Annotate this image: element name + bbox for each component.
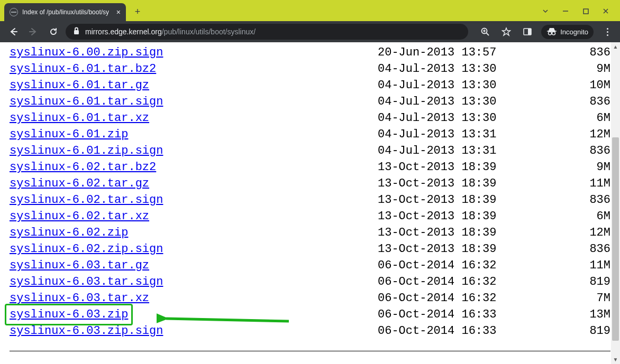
browser-tab[interactable]: Index of /pub/linux/utils/boot/sy × xyxy=(4,3,126,21)
file-link[interactable]: syslinux-6.03.tar.sign xyxy=(10,275,163,288)
listing-row: syslinux-6.01.tar.xz04-Jul-2013 13:306M xyxy=(10,110,610,126)
file-size: 6M xyxy=(568,208,610,225)
minimize-button[interactable] xyxy=(562,7,569,15)
listing-row: syslinux-6.02.tar.xz13-Oct-2013 18:396M xyxy=(10,208,610,225)
listing-row: syslinux-6.01.zip04-Jul-2013 13:3112M xyxy=(10,126,610,143)
file-date: 20-Jun-2013 13:57 xyxy=(378,44,568,61)
listing-row: syslinux-6.03.tar.gz06-Oct-2014 16:3211M xyxy=(10,257,610,274)
maximize-button[interactable] xyxy=(582,7,589,15)
listing-row: syslinux-6.03.tar.sign06-Oct-2014 16:328… xyxy=(10,274,610,290)
dots-vertical-icon xyxy=(607,28,608,36)
file-size: 12M xyxy=(568,225,610,241)
new-tab-button[interactable]: + xyxy=(130,4,145,19)
scroll-down-icon[interactable]: ▼ xyxy=(611,355,620,364)
chevron-down-icon[interactable] xyxy=(542,7,549,15)
file-size: 11M xyxy=(568,175,610,192)
address-bar[interactable]: mirrors.edge.kernel.org/pub/linux/utils/… xyxy=(66,24,468,40)
file-size: 11M xyxy=(568,257,610,274)
file-size: 13M xyxy=(568,306,610,323)
scrollbar[interactable]: ▲ ▼ xyxy=(611,42,620,364)
svg-point-10 xyxy=(549,32,552,35)
listing-row: syslinux-6.02.zip.sign13-Oct-2013 18:398… xyxy=(10,241,610,257)
file-size: 836 xyxy=(568,143,610,159)
svg-rect-1 xyxy=(583,9,588,14)
file-date: 06-Oct-2014 16:32 xyxy=(378,257,568,274)
bookmark-icon[interactable] xyxy=(499,24,514,39)
scrollbar-thumb[interactable] xyxy=(612,137,619,341)
close-window-button[interactable] xyxy=(602,7,609,15)
file-link[interactable]: syslinux-6.02.tar.sign xyxy=(10,193,163,207)
directory-listing: syslinux-6.00.zip.sign20-Jun-2013 13:578… xyxy=(10,44,610,339)
side-panel-icon[interactable] xyxy=(520,24,535,39)
file-link[interactable]: syslinux-6.01.tar.xz xyxy=(10,111,149,125)
file-size: 6M xyxy=(568,110,610,126)
file-date: 04-Jul-2013 13:30 xyxy=(378,94,568,110)
file-size: 7M xyxy=(568,290,610,306)
page-content[interactable]: syslinux-6.00.zip.sign20-Jun-2013 13:578… xyxy=(0,42,620,364)
file-link[interactable]: syslinux-6.01.tar.gz xyxy=(10,79,149,92)
file-link[interactable]: syslinux-6.01.tar.bz2 xyxy=(10,62,156,76)
svg-point-9 xyxy=(547,30,557,32)
menu-button[interactable] xyxy=(600,24,615,39)
file-date: 13-Oct-2013 18:39 xyxy=(378,175,568,192)
file-size: 819 xyxy=(568,323,610,339)
file-link[interactable]: syslinux-6.02.zip xyxy=(10,226,128,239)
file-date: 04-Jul-2013 13:30 xyxy=(378,61,568,77)
file-size: 836 xyxy=(568,192,610,208)
file-date: 04-Jul-2013 13:30 xyxy=(378,77,568,94)
scroll-up-icon[interactable]: ▲ xyxy=(611,42,620,51)
horizontal-rule xyxy=(10,351,610,351)
file-link[interactable]: syslinux-6.03.tar.gz xyxy=(10,259,149,272)
zoom-icon[interactable] xyxy=(478,24,493,39)
file-date: 06-Oct-2014 16:33 xyxy=(378,323,568,339)
file-link[interactable]: syslinux-6.02.tar.bz2 xyxy=(10,161,156,174)
file-date: 13-Oct-2013 18:39 xyxy=(378,192,568,208)
listing-row: syslinux-6.02.tar.sign13-Oct-2013 18:398… xyxy=(10,192,610,208)
file-date: 13-Oct-2013 18:39 xyxy=(378,208,568,225)
file-size: 10M xyxy=(568,77,610,94)
listing-row: syslinux-6.01.tar.sign04-Jul-2013 13:308… xyxy=(10,94,610,110)
file-date: 04-Jul-2013 13:31 xyxy=(378,143,568,159)
file-link[interactable]: syslinux-6.02.tar.xz xyxy=(10,210,149,223)
url-text: mirrors.edge.kernel.org/pub/linux/utils/… xyxy=(85,27,256,36)
file-link[interactable]: syslinux-6.02.zip.sign xyxy=(10,242,163,256)
window-title-bar: Index of /pub/linux/utils/boot/sy × + xyxy=(0,0,620,21)
toolbar-actions: Incognito xyxy=(472,24,615,39)
close-tab-icon[interactable]: × xyxy=(116,8,121,16)
file-link[interactable]: syslinux-6.01.zip.sign xyxy=(10,144,163,157)
tab-strip: Index of /pub/linux/utils/boot/sy × + xyxy=(4,0,145,21)
listing-row: syslinux-6.02.zip13-Oct-2013 18:3912M xyxy=(10,225,610,241)
file-link[interactable]: syslinux-6.01.tar.sign xyxy=(10,95,163,108)
listing-row: syslinux-6.03.zip06-Oct-2014 16:3313M xyxy=(10,306,610,323)
file-date: 06-Oct-2014 16:32 xyxy=(378,290,568,306)
browser-toolbar: mirrors.edge.kernel.org/pub/linux/utils/… xyxy=(0,21,620,42)
file-size: 12M xyxy=(568,126,610,143)
listing-row: syslinux-6.03.zip.sign06-Oct-2014 16:338… xyxy=(10,323,610,339)
url-path: /pub/linux/utils/boot/syslinux/ xyxy=(162,27,256,36)
incognito-badge[interactable]: Incognito xyxy=(541,25,594,39)
forward-button[interactable] xyxy=(25,24,41,40)
window-controls xyxy=(542,7,620,21)
svg-rect-2 xyxy=(74,30,79,34)
incognito-icon xyxy=(546,27,557,37)
lock-icon xyxy=(73,27,80,36)
file-link[interactable]: syslinux-6.03.zip xyxy=(10,308,128,321)
file-link[interactable]: syslinux-6.03.tar.xz xyxy=(10,292,149,305)
globe-icon xyxy=(10,8,18,16)
file-link[interactable]: syslinux-6.02.tar.gz xyxy=(10,177,149,190)
file-size: 819 xyxy=(568,274,610,290)
reload-button[interactable] xyxy=(45,24,61,40)
file-size: 836 xyxy=(568,44,610,61)
file-link[interactable]: syslinux-6.00.zip.sign xyxy=(10,46,163,59)
svg-rect-8 xyxy=(528,29,531,35)
file-size: 836 xyxy=(568,241,610,257)
listing-row: syslinux-6.02.tar.gz13-Oct-2013 18:3911M xyxy=(10,175,610,192)
file-date: 04-Jul-2013 13:31 xyxy=(378,126,568,143)
listing-row: syslinux-6.02.tar.bz213-Oct-2013 18:399M xyxy=(10,159,610,175)
file-link[interactable]: syslinux-6.01.zip xyxy=(10,128,128,141)
incognito-label: Incognito xyxy=(560,28,588,36)
file-size: 836 xyxy=(568,94,610,110)
svg-line-4 xyxy=(487,33,489,36)
back-button[interactable] xyxy=(5,24,21,40)
file-link[interactable]: syslinux-6.03.zip.sign xyxy=(10,324,163,338)
